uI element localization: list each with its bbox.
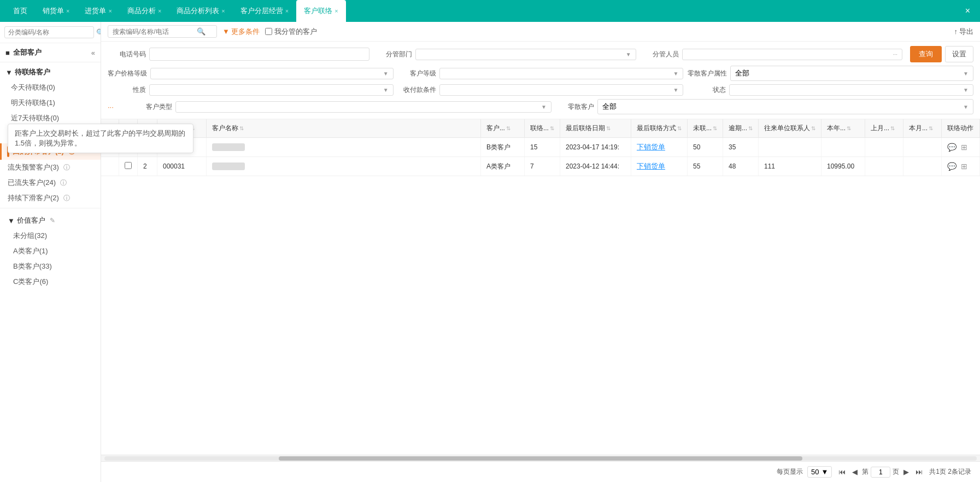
sidebar-value-group-title[interactable]: ▼ 价值客户 ✎ — [0, 213, 101, 228]
sidebar-value-group: ▼ 价值客户 ✎ 未分组(32) A类客户(1) B类客户(33) C类客户(6… — [0, 211, 101, 292]
row2-check[interactable] — [125, 162, 132, 169]
sidebar-item-declining-label: 持续下滑客户(2) — [8, 193, 59, 203]
filter-customer-type-select[interactable]: ▼ — [175, 101, 551, 113]
col-thismonth-header[interactable]: 本月...⇅ — [903, 119, 942, 138]
col-contact-header[interactable]: 联络...⇅ — [524, 119, 560, 138]
sidebar-item-tomorrow[interactable]: 明天待联络(1) — [0, 95, 101, 111]
row2-actions: 💬 ⊞ — [942, 157, 980, 176]
row2-checkbox[interactable] — [119, 157, 138, 176]
row1-way-link[interactable]: 下销货单 — [637, 143, 665, 151]
sidebar-search-input[interactable] — [4, 26, 94, 38]
my-customer-filter[interactable]: 我分管的客户 — [265, 27, 317, 37]
export-button[interactable]: ↑ 导出 — [954, 27, 974, 37]
filter-status: 状态 ▼ — [688, 84, 973, 96]
row2-thismonth — [903, 157, 942, 176]
sidebar-search-icon[interactable]: 🔍 — [96, 28, 101, 37]
filter-more-btn[interactable]: ▼ 更多条件 — [222, 27, 260, 37]
filter-phone-input[interactable] — [149, 48, 369, 61]
col-type-header[interactable]: 客户...⇅ — [480, 119, 524, 138]
sidebar-group-pending-title[interactable]: ▼ 待联络客户 — [0, 65, 101, 80]
page-number-input[interactable] — [871, 467, 890, 478]
sidebar-search-wrap: 🔍 — [0, 22, 101, 43]
row1-message-icon[interactable]: 💬 — [947, 143, 956, 152]
info-icon3: ⓘ — [60, 178, 67, 188]
row2-message-icon[interactable]: 💬 — [947, 162, 956, 171]
filter-price-grade: 客户价格等级 ▼ — [108, 68, 394, 79]
sidebar-divider — [0, 208, 101, 208]
nav-tab-customer-tier[interactable]: 客户分层经营 × — [233, 0, 296, 22]
nav-tab-home[interactable]: 首页 — [5, 0, 35, 22]
per-page-label: 每页显示 — [777, 467, 803, 477]
nav-tab-sales[interactable]: 销货单 × — [35, 0, 77, 22]
nav-tab-purchase-close[interactable]: × — [108, 8, 112, 14]
row1-contact: 15 — [524, 138, 560, 157]
sidebar-subitem-a[interactable]: A类客户(1) — [0, 243, 101, 259]
query-button[interactable]: 查询 — [910, 46, 942, 62]
row1-thismonth — [903, 138, 942, 157]
filter-person: 分管人员 ··· — [641, 49, 902, 60]
sidebar-subitem-ungroup[interactable]: 未分组(32) — [0, 228, 101, 243]
per-page-select[interactable]: 50 ▼ — [807, 466, 832, 478]
nav-tab-product-list-close[interactable]: × — [221, 8, 225, 14]
nav-tab-purchase[interactable]: 进货单 × — [77, 0, 119, 22]
first-page-btn[interactable]: ⏮ — [836, 467, 848, 477]
sidebar-item-churned[interactable]: 已流失客户(24) ⓘ — [0, 175, 101, 190]
settings-button[interactable]: 设置 — [945, 46, 973, 62]
col-unread-header[interactable]: 未联...⇅ — [687, 119, 723, 138]
sidebar-collapse-icon[interactable]: « — [91, 49, 95, 57]
filter-nature-select[interactable]: ▼ — [149, 84, 394, 96]
nav-tab-product-analysis[interactable]: 商品分析 × — [120, 0, 169, 22]
sidebar-subitem-c[interactable]: C类客户(6) — [0, 274, 101, 289]
h-scroll-track[interactable] — [104, 456, 977, 461]
page-label-text: 第 — [862, 467, 868, 477]
prev-page-btn[interactable]: ◀ — [850, 467, 860, 477]
filter-scatter-customer: 零散客户 全部 ▼ — [556, 99, 973, 114]
nav-tab-customer-contact-close[interactable]: × — [335, 8, 338, 14]
filter-payment-label: 收付款条件 — [398, 85, 436, 95]
sidebar-subitem-b[interactable]: B类客户(33) — [0, 259, 101, 274]
nav-tab-product-list[interactable]: 商品分析列表 × — [169, 0, 232, 22]
my-customer-checkbox[interactable] — [265, 28, 272, 35]
sidebar-item-declining[interactable]: 持续下滑客户(2) ⓘ — [0, 190, 101, 206]
sidebar-item-churn-warning[interactable]: 流失预警客户(3) ⓘ — [0, 160, 101, 175]
window-close-button[interactable]: × — [961, 6, 975, 16]
col-year-header[interactable]: 本年...⇅ — [821, 119, 865, 138]
row2-more-icon[interactable]: ⊞ — [961, 162, 967, 171]
filter-scatter-attr-select[interactable]: 全部 ▼ — [730, 66, 973, 81]
nav-tab-product-analysis-close[interactable]: × — [158, 8, 161, 14]
page-of-text: 页 — [893, 467, 899, 477]
filter-actions: 查询 设置 — [910, 46, 973, 62]
h-scroll-thumb[interactable] — [279, 456, 802, 461]
search-input[interactable] — [113, 28, 195, 36]
last-page-btn[interactable]: ⏭ — [913, 467, 925, 477]
row2-way[interactable]: 下销货单 — [631, 157, 687, 176]
filter-customer-grade-select[interactable]: ▼ — [439, 68, 684, 79]
next-page-btn[interactable]: ▶ — [901, 467, 911, 477]
col-lastmonth-header[interactable]: 上月...⇅ — [865, 119, 903, 138]
row2-num: 2 — [138, 157, 157, 176]
filter-price-grade-label: 客户价格等级 — [108, 69, 147, 78]
filter-person-select[interactable]: ··· — [682, 49, 902, 60]
nav-tab-customer-tier-close[interactable]: × — [285, 8, 289, 14]
filter-status-select[interactable]: ▼ — [729, 84, 973, 96]
filter-dept-arrow: ▼ — [626, 51, 631, 57]
row2-way-link[interactable]: 下销货单 — [637, 162, 665, 170]
nav-tab-product-analysis-label: 商品分析 — [127, 6, 156, 16]
nav-tab-customer-contact[interactable]: 客户联络 × — [296, 0, 345, 22]
sidebar-item-today[interactable]: 今天待联络(0) — [0, 80, 101, 95]
col-name-header[interactable]: 客户名称⇅ — [207, 119, 481, 138]
pagination: 每页显示 50 ▼ ⏮ ◀ 第 页 ▶ ⏭ 共1页 2条记录 — [101, 461, 980, 482]
filter-payment-select[interactable]: ▼ — [439, 84, 684, 96]
search-input-icon[interactable]: 🔍 — [197, 27, 206, 36]
nav-tab-sales-close[interactable]: × — [66, 8, 69, 14]
row1-more-icon[interactable]: ⊞ — [961, 143, 967, 152]
edit-icon[interactable]: ✎ — [50, 217, 55, 224]
row1-way[interactable]: 下销货单 — [631, 138, 687, 157]
filter-price-grade-select[interactable]: ▼ — [150, 68, 394, 79]
filter-dept-select[interactable]: ▼ — [415, 49, 636, 60]
filter-scatter-customer-select[interactable]: 全部 ▼ — [597, 99, 973, 114]
col-date-header[interactable]: 最后联络日期⇅ — [560, 119, 631, 138]
col-overdue-header[interactable]: 逾期...⇅ — [723, 119, 758, 138]
col-way-header[interactable]: 最后联络方式⇅ — [631, 119, 687, 138]
col-person-header[interactable]: 往来单位联系人⇅ — [759, 119, 821, 138]
